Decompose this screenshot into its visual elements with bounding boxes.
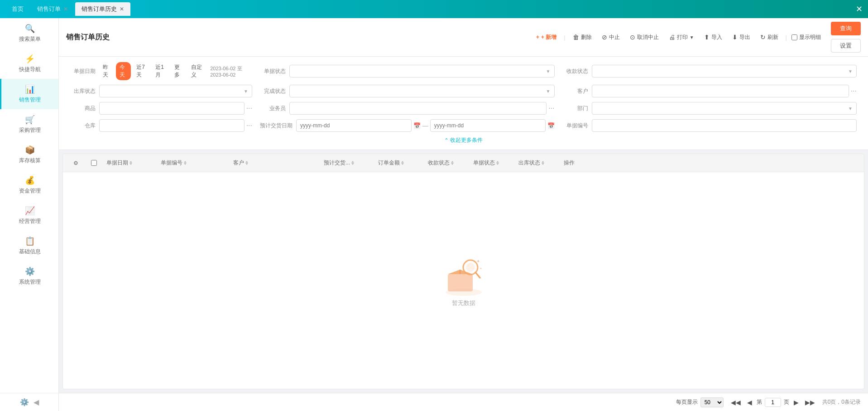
add-button[interactable]: + + 新增	[533, 32, 559, 43]
sort-delivery[interactable]	[351, 161, 354, 165]
collapse-row: ⌃ 收起更多条件	[66, 136, 861, 144]
date-7days[interactable]: 近7天	[133, 62, 150, 80]
import-button[interactable]: ⬆ 导入	[701, 32, 725, 43]
tab-sales-history[interactable]: 销售订单历史 ✕	[75, 2, 130, 16]
sidebar-settings-icon[interactable]: ⚙️	[20, 398, 29, 406]
delivery-date-start[interactable]	[296, 119, 412, 132]
calendar-icon-end[interactable]: 📅	[547, 122, 555, 129]
dept-chevron: ▼	[848, 106, 853, 111]
sort-amount[interactable]	[401, 161, 404, 165]
goods-input[interactable]	[99, 102, 245, 115]
tab-sales-order[interactable]: 销售订单 ✕	[31, 2, 74, 16]
cancel-stop-button[interactable]: ⊙ 取消中止	[627, 32, 662, 43]
sort-no[interactable]	[184, 161, 187, 165]
th-amount-label: 订单金额	[378, 159, 400, 167]
goods-dots[interactable]: ···	[246, 104, 252, 112]
th-delivery[interactable]: 预计交货...	[320, 159, 374, 167]
customer-input[interactable]	[592, 85, 849, 97]
sort-date[interactable]	[129, 161, 132, 165]
salesman-input[interactable]	[289, 102, 547, 115]
order-status-select[interactable]: ▼	[289, 65, 555, 77]
top-bar-right: ✕	[856, 4, 863, 14]
th-amount[interactable]: 订单金额	[374, 159, 424, 167]
th-pay-status[interactable]: 收款状态	[424, 159, 470, 167]
th-no[interactable]: 单据编号	[157, 159, 230, 167]
sidebar-item-inventory[interactable]: 📦 库存核算	[0, 140, 58, 170]
sort-out-status[interactable]	[542, 161, 544, 165]
table-checkbox-col[interactable]	[85, 160, 103, 166]
calendar-icon-start[interactable]: 📅	[413, 122, 421, 129]
tab-sales-order-close[interactable]: ✕	[63, 6, 68, 12]
collapse-button[interactable]: ⌃ 收起更多条件	[444, 136, 483, 144]
table-settings-icon[interactable]: ⚙	[73, 160, 78, 166]
out-status-select[interactable]: ▼	[99, 85, 252, 97]
sidebar-item-search-menu[interactable]: 🔍 搜索菜单	[0, 18, 58, 48]
setting-button[interactable]: 设置	[831, 39, 861, 53]
sidebar-item-quick-nav[interactable]: ⚡ 快捷导航	[0, 48, 58, 79]
finance-icon: 💰	[25, 175, 35, 185]
order-no-input[interactable]	[592, 119, 857, 132]
show-detail-checkbox-label[interactable]: 显示明细	[791, 34, 821, 41]
per-page-dropdown[interactable]: 50 10 20 100	[700, 397, 724, 407]
sidebar-collapse-icon[interactable]: ◀	[34, 398, 39, 406]
first-page-button[interactable]: ◀◀	[729, 398, 743, 407]
table-settings-col[interactable]: ⚙	[67, 160, 85, 166]
sort-customer[interactable]	[245, 161, 248, 165]
refresh-icon: ↻	[760, 34, 766, 41]
search-menu-icon: 🔍	[25, 24, 35, 34]
window-close-button[interactable]: ✕	[856, 4, 863, 14]
purchase-mgmt-icon: 🛒	[25, 115, 35, 125]
page-label: 第	[757, 398, 762, 406]
page-number-input[interactable]	[765, 398, 781, 407]
select-all-checkbox[interactable]	[91, 160, 97, 166]
order-status-control: ▼	[289, 65, 555, 77]
sidebar-item-operations[interactable]: 📈 经营管理	[0, 200, 58, 231]
sidebar-item-finance-label: 资金管理	[19, 187, 41, 195]
cancel-stop-label: 取消中止	[637, 34, 659, 41]
th-order-status[interactable]: 单据状态	[470, 159, 515, 167]
show-detail-checkbox[interactable]	[791, 34, 797, 40]
date-custom[interactable]: 自定义	[187, 62, 206, 80]
date-more[interactable]: 更多	[171, 62, 186, 80]
date-1month[interactable]: 近1月	[152, 62, 169, 80]
sort-order-status[interactable]	[496, 161, 499, 165]
th-out-status[interactable]: 出库状态	[515, 159, 560, 167]
order-no-control	[592, 119, 857, 132]
sidebar-item-sys-mgmt[interactable]: ⚙️ 系统管理	[0, 261, 58, 291]
sidebar-item-purchase-mgmt[interactable]: 🛒 采购管理	[0, 109, 58, 140]
out-status-chevron: ▼	[244, 89, 248, 94]
complete-status-select[interactable]: ▼	[289, 85, 555, 97]
sidebar-item-base-info[interactable]: 📋 基础信息	[0, 231, 58, 261]
table-header: ⚙ 单据日期 单据编号 客户 预计交货...	[63, 154, 864, 172]
filter-row-3: 商品 ··· 业务员 ··· 部门	[66, 102, 861, 115]
warehouse-input[interactable]	[99, 119, 245, 132]
pay-status-select[interactable]: ▼	[592, 65, 857, 77]
delete-button[interactable]: 🗑 删除	[570, 32, 595, 43]
import-label: 导入	[711, 34, 722, 41]
next-page-button[interactable]: ▶	[792, 398, 801, 407]
sidebar-item-quick-nav-label: 快捷导航	[19, 66, 41, 73]
date-yesterday[interactable]: 昨天	[99, 62, 114, 80]
print-button[interactable]: 🖨 打印 ▼	[666, 32, 697, 43]
tab-home[interactable]: 首页	[5, 2, 30, 16]
sidebar-item-sales-mgmt[interactable]: 📊 销售管理	[0, 79, 58, 109]
last-page-button[interactable]: ▶▶	[803, 398, 817, 407]
dept-select[interactable]: ▼	[592, 102, 857, 115]
th-customer[interactable]: 客户	[230, 159, 320, 167]
refresh-button[interactable]: ↻ 刷新	[758, 32, 781, 43]
prev-page-button[interactable]: ◀	[745, 398, 754, 407]
th-date[interactable]: 单据日期	[103, 159, 157, 167]
delivery-date-end[interactable]	[430, 119, 546, 132]
query-button[interactable]: 查询	[831, 22, 861, 35]
salesman-dots[interactable]: ···	[548, 104, 554, 112]
customer-dots[interactable]: ···	[851, 87, 857, 95]
sidebar-item-finance[interactable]: 💰 资金管理	[0, 170, 58, 200]
filter-complete-status: 完成状态 ▼	[256, 85, 559, 97]
sort-pay-status[interactable]	[451, 161, 454, 165]
stop-button[interactable]: ⊘ 中止	[599, 32, 623, 43]
tab-sales-history-close[interactable]: ✕	[120, 6, 124, 12]
export-button[interactable]: ⬇ 导出	[729, 32, 753, 43]
date-today[interactable]: 今天	[116, 62, 131, 80]
warehouse-dots[interactable]: ···	[246, 121, 252, 130]
print-icon: 🖨	[669, 34, 675, 41]
